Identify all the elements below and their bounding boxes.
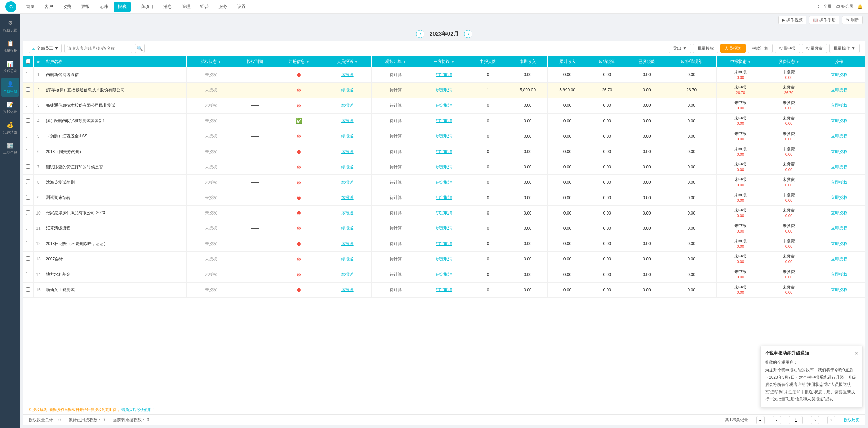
search-input[interactable] xyxy=(64,44,132,53)
nav-item-经营[interactable]: 经营 xyxy=(196,2,213,12)
row-checkbox[interactable] xyxy=(26,210,30,215)
action-btn[interactable]: 立即授权 xyxy=(831,195,847,201)
last-page-btn[interactable]: » xyxy=(827,416,835,424)
sidebar-item-工商年报[interactable]: 🏢工商年报 xyxy=(1,139,19,158)
action-btn[interactable]: 立即授权 xyxy=(831,287,847,293)
action-btn[interactable]: 立即授权 xyxy=(831,210,847,216)
batch-pay-btn[interactable]: 批量缴费 xyxy=(802,44,827,53)
next-month-btn[interactable]: › xyxy=(464,30,472,38)
triparty-link[interactable]: 绑定取消 xyxy=(436,149,452,154)
action-btn[interactable]: 立即授权 xyxy=(831,241,847,247)
row-checkbox[interactable] xyxy=(26,179,30,184)
batch-report-btn[interactable]: 批量申报 xyxy=(775,44,800,53)
nav-item-记账[interactable]: 记账 xyxy=(95,2,112,12)
export-btn[interactable]: 导出 ▼ xyxy=(669,44,691,53)
triparty-link[interactable]: 绑定取消 xyxy=(436,287,452,292)
sort-tri-icon[interactable]: ▼ xyxy=(451,60,454,64)
first-page-btn[interactable]: « xyxy=(756,416,765,424)
batch-ops-btn[interactable]: 批量操作 ▼ xyxy=(829,44,860,53)
sort-report-icon[interactable]: ▼ xyxy=(748,60,751,64)
nav-item-消息[interactable]: 消息 xyxy=(159,2,176,12)
row-checkbox[interactable] xyxy=(26,149,30,153)
action-btn[interactable]: 立即授权 xyxy=(831,72,847,78)
person-report-link[interactable]: 续报送 xyxy=(341,241,354,246)
page-input[interactable] xyxy=(789,416,803,424)
action-btn[interactable]: 立即授权 xyxy=(831,133,847,139)
row-checkbox[interactable] xyxy=(26,134,30,138)
nav-item-收费[interactable]: 收费 xyxy=(59,2,76,12)
triparty-link[interactable]: 绑定取消 xyxy=(436,257,452,261)
prev-page-btn[interactable]: ‹ xyxy=(773,416,781,424)
action-btn[interactable]: 立即授权 xyxy=(831,225,847,231)
row-checkbox[interactable] xyxy=(26,87,30,92)
nav-item-客户[interactable]: 客户 xyxy=(40,2,57,12)
sort-pay-icon[interactable]: ▼ xyxy=(796,60,799,64)
row-checkbox[interactable] xyxy=(26,256,30,261)
action-btn[interactable]: 立即授权 xyxy=(831,118,847,124)
notice-link[interactable]: 请购买后尽快使用！ xyxy=(121,408,155,412)
triparty-link[interactable]: 绑定取消 xyxy=(436,210,452,215)
nav-item-工商项目[interactable]: 工商项目 xyxy=(132,2,158,12)
nav-item-报税[interactable]: 报税 xyxy=(114,2,131,12)
refresh-btn[interactable]: ↻ 刷新 xyxy=(842,16,863,24)
triparty-link[interactable]: 绑定取消 xyxy=(436,165,452,169)
person-report-link[interactable]: 续报送 xyxy=(341,287,354,292)
person-report-link[interactable]: 续报送 xyxy=(341,226,354,230)
row-checkbox[interactable] xyxy=(26,103,30,107)
triparty-link[interactable]: 绑定取消 xyxy=(436,241,452,246)
row-checkbox[interactable] xyxy=(26,272,30,276)
auth-history-link[interactable]: 授权历史 xyxy=(844,417,860,423)
sort-person-icon[interactable]: ▼ xyxy=(354,60,358,64)
nav-item-管理[interactable]: 管理 xyxy=(178,2,195,12)
nav-item-服务[interactable]: 服务 xyxy=(214,2,231,12)
person-report-link[interactable]: 续报送 xyxy=(341,72,354,77)
row-checkbox[interactable] xyxy=(26,118,30,123)
person-report-link[interactable]: 续报送 xyxy=(341,257,354,261)
action-btn[interactable]: 立即授权 xyxy=(831,164,847,170)
prev-month-btn[interactable]: ‹ xyxy=(416,30,424,38)
next-page-btn[interactable]: › xyxy=(811,416,819,424)
member-btn[interactable]: 🏷 畅会员 xyxy=(836,4,853,10)
person-report-link[interactable]: 续报送 xyxy=(341,210,354,215)
select-all-checkbox[interactable] xyxy=(26,59,30,64)
action-btn[interactable]: 立即授权 xyxy=(831,103,847,108)
triparty-link[interactable]: 绑定取消 xyxy=(436,134,452,138)
employee-filter[interactable]: ☑ 全部员工 ▼ xyxy=(29,44,62,53)
person-report-btn[interactable]: 人员报送 xyxy=(720,44,746,53)
sidebar-item-个税申报[interactable]: 👤个税申报 xyxy=(1,78,19,97)
person-report-link[interactable]: 续报送 xyxy=(341,149,354,154)
video-tutorial-btn[interactable]: ▶ 操作视频 xyxy=(778,16,806,24)
row-checkbox[interactable] xyxy=(26,287,30,292)
action-btn[interactable]: 立即授权 xyxy=(831,179,847,185)
person-report-link[interactable]: 续报送 xyxy=(341,272,354,277)
triparty-link[interactable]: 绑定取消 xyxy=(436,118,452,123)
row-checkbox[interactable] xyxy=(26,72,30,76)
person-report-link[interactable]: 续报送 xyxy=(341,195,354,200)
fullscreen-btn[interactable]: ⛶ 全屏 xyxy=(818,4,832,10)
row-checkbox[interactable] xyxy=(26,195,30,200)
action-btn[interactable]: 立即授权 xyxy=(831,149,847,155)
person-report-link[interactable]: 续报送 xyxy=(341,165,354,169)
triparty-link[interactable]: 绑定取消 xyxy=(436,103,452,108)
nav-item-首页[interactable]: 首页 xyxy=(22,2,39,12)
triparty-link[interactable]: 绑定取消 xyxy=(436,195,452,200)
triparty-link[interactable]: 绑定取消 xyxy=(436,72,452,77)
batch-auth-btn[interactable]: 批量授权 xyxy=(693,44,718,53)
sidebar-item-批量报税[interactable]: 📋批量报税 xyxy=(1,37,19,56)
sidebar-item-汇算清缴[interactable]: 💰汇算清缴 xyxy=(1,118,19,137)
notification-btn[interactable]: 🔔 xyxy=(857,4,863,9)
action-btn[interactable]: 立即授权 xyxy=(831,87,847,93)
sidebar-item-报税总览[interactable]: 📊报税总览 xyxy=(1,57,19,76)
manual-btn[interactable]: 📖 操作手册 xyxy=(809,16,839,24)
search-button[interactable]: 🔍 xyxy=(135,44,145,53)
popup-close-btn[interactable]: × xyxy=(855,350,858,356)
person-report-link[interactable]: 续报送 xyxy=(341,118,354,123)
action-btn[interactable]: 立即授权 xyxy=(831,272,847,277)
sidebar-item-报税设置[interactable]: ⚙报税设置 xyxy=(1,16,19,35)
tax-calc-btn[interactable]: 税款计算 xyxy=(748,44,773,53)
triparty-link[interactable]: 绑定取消 xyxy=(436,88,452,92)
person-report-link[interactable]: 续报送 xyxy=(341,88,354,92)
sort-reg-icon[interactable]: ▼ xyxy=(306,60,309,64)
sort-auth-icon[interactable]: ▼ xyxy=(218,60,222,64)
triparty-link[interactable]: 绑定取消 xyxy=(436,226,452,230)
